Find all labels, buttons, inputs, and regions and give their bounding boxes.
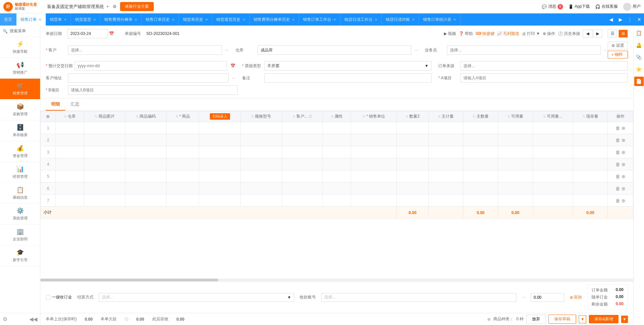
tab-sales-stats[interactable]: 销售订单统计表 ✕ [419, 13, 460, 26]
tab-close-icon[interactable]: ✕ [375, 18, 377, 22]
tab-close-icon[interactable]: ✕ [39, 18, 41, 22]
user-menu[interactable]: 用户 [623, 3, 641, 11]
customer-input[interactable] [68, 45, 222, 55]
table-row[interactable]: 2 🗑 ⊕ [41, 134, 633, 146]
tab-close-icon[interactable]: ✕ [64, 18, 67, 22]
sidebar-item-system[interactable]: ⚙️ 系统管理 [0, 204, 40, 225]
tab-sales-order-history[interactable]: 销售订单历史 ✕ [142, 13, 179, 26]
shortcut-action[interactable]: ⌨ 快捷键 [476, 31, 494, 37]
col-spec[interactable]: ⇅ 规格型号 [240, 111, 282, 122]
col-scan[interactable]: 扫码录入 [199, 111, 241, 122]
view-grid-icon[interactable]: ⊞ [618, 30, 628, 38]
tab-workbench[interactable]: 销售订单工作台 ✕ [299, 13, 340, 26]
tab-prev-button[interactable]: ◀ [606, 13, 616, 26]
save-draft-arrow[interactable]: ▼ [579, 315, 586, 323]
salesperson-input[interactable] [447, 45, 601, 55]
tab-fee-history[interactable]: 销售费用分摊单历史 ✕ [250, 13, 299, 26]
delete-icon[interactable]: 🗑 [615, 137, 620, 143]
payment-amount-input[interactable] [531, 293, 564, 302]
copy-icon[interactable]: ⊕ [621, 125, 626, 131]
date-input[interactable] [67, 29, 108, 38]
tab-close-icon[interactable]: ✕ [412, 18, 415, 22]
delete-icon[interactable]: 🗑 [615, 198, 620, 203]
one-click-payment-checkbox[interactable]: 一键收订金 [46, 294, 72, 300]
table-row[interactable]: 4 🗑 ⊕ [41, 158, 633, 170]
tab-return-history[interactable]: 销货退货历史 ✕ [212, 13, 250, 26]
tab-home[interactable]: 首页 [0, 13, 16, 26]
tab-sales-fee[interactable]: 销售费用分摊单 ✕ [100, 13, 142, 26]
tab-detail[interactable]: 明细 [46, 98, 65, 111]
b-project-input[interactable] [68, 85, 238, 95]
save-new-button[interactable]: 保存&新增 [589, 315, 618, 323]
add-material-button[interactable]: + 物料 [608, 51, 628, 58]
view-action[interactable]: ▶ 视频 [444, 31, 456, 37]
save-new-arrow[interactable]: ▼ [621, 316, 628, 323]
col-warehouse[interactable]: ⇅ 仓库 [55, 111, 84, 122]
profit-action[interactable]: 📈 毛利预览 [497, 31, 519, 37]
col-main-unit[interactable]: ⇅ 主计量 [428, 111, 463, 122]
col-image[interactable]: ⇅ 商品图片 [84, 111, 125, 122]
calendar-icon[interactable]: 📅 [109, 31, 114, 36]
col-setting[interactable]: ⚙ [41, 111, 56, 122]
system-dropdown-arrow[interactable]: ▼ [106, 5, 109, 8]
warehouse-dots[interactable]: ··· [415, 48, 418, 52]
remark-input[interactable] [264, 73, 432, 83]
right-panel-icon-3[interactable]: 📎 [634, 52, 644, 62]
tab-close-icon[interactable]: ✕ [292, 18, 295, 22]
right-panel-icon-5[interactable]: 📄 [634, 77, 644, 86]
payment-method-select[interactable]: 选择... ▼ [99, 293, 294, 302]
right-panel-icon-1[interactable]: 📋 [634, 28, 644, 38]
col-code[interactable]: ⇅ 商品编码 [125, 111, 166, 122]
tab-close-icon[interactable]: ✕ [242, 18, 245, 22]
tab-daily-reconcile[interactable]: 钱贷日清对账 ✕ [382, 13, 419, 26]
sidebar-item-guide[interactable]: 🎓 新手引导 [0, 245, 40, 266]
save-draft-button[interactable]: 保存草稿 [548, 315, 576, 324]
copy-icon[interactable]: ⊕ [621, 186, 626, 191]
operation-action[interactable]: ⊕ 操作 [543, 31, 555, 37]
tab-goods-history[interactable]: 销货单历史 ✕ [179, 13, 212, 26]
col-unit[interactable]: ⇅ * 销售单位 [351, 111, 397, 122]
tab-close-icon[interactable]: ✕ [172, 18, 175, 22]
tab-sales-order[interactable]: 销售订单 ✕ [16, 13, 46, 26]
col-main-qty[interactable]: ⇅ 主数量 [463, 111, 498, 122]
tab-close-icon[interactable]: ✕ [333, 18, 336, 22]
col-available2[interactable]: ⇅ 可用量... [533, 111, 573, 122]
tab-close-icon[interactable]: ✕ [93, 18, 96, 22]
sidebar-collapse-icon[interactable]: ◀◀ [29, 316, 37, 322]
message-button[interactable]: 💬 消息 9 [542, 4, 563, 9]
tab-next-button[interactable]: ▶ [616, 13, 625, 26]
copy-icon[interactable]: ⊕ [621, 198, 626, 203]
tab-close-icon[interactable]: ✕ [135, 18, 137, 22]
delete-icon[interactable]: 🗑 [615, 186, 620, 191]
right-panel-icon-4[interactable]: ⭐ [634, 65, 644, 74]
col-available[interactable]: ⇅ 可用量 [498, 111, 533, 122]
scan-button[interactable]: 扫码录入 [210, 113, 230, 120]
delete-icon[interactable]: 🗑 [615, 174, 620, 179]
view-list-icon[interactable]: ☰ [608, 30, 617, 38]
print-action[interactable]: 🖨 打印 ▼ [522, 31, 540, 37]
checkbox-icon[interactable] [46, 295, 50, 300]
col-qty2[interactable]: ⇅ 数量2 [396, 111, 428, 122]
customer-dots[interactable]: ··· [225, 48, 229, 52]
sidebar-item-marketing[interactable]: 📢 营销推广 [0, 58, 40, 79]
tab-close-all-button[interactable]: ✕ [635, 13, 644, 26]
invoice-type-select[interactable]: 不开票 ▼ [264, 61, 432, 71]
col-attr[interactable]: ⇅ 属性 [323, 111, 351, 122]
customer-address-input[interactable] [68, 73, 229, 83]
sidebar-item-basic[interactable]: 📋 基础信息 [0, 183, 40, 204]
table-row[interactable]: 3 🗑 ⊕ [41, 146, 633, 158]
industry-solution-button[interactable]: 体验行业方案 [120, 2, 154, 11]
system-settings-icon[interactable]: ⚙ [111, 3, 118, 10]
copy-icon[interactable]: ⊕ [621, 150, 626, 155]
right-panel-icon-2[interactable]: 🔔 [634, 40, 644, 50]
nav-next-icon[interactable]: ▶ [593, 30, 602, 38]
print-dropdown-icon[interactable]: ▼ [536, 31, 540, 36]
tab-close-icon[interactable]: ✕ [453, 18, 456, 22]
settings-button[interactable]: ⚙ 设置 [608, 42, 628, 49]
account-select[interactable]: 选择... [321, 293, 517, 302]
tab-more-button[interactable]: ⋮ [625, 13, 635, 26]
salesperson-dots[interactable]: ··· [604, 48, 608, 52]
col-customer-code[interactable]: ⇅ 客户... ⓘ [282, 111, 323, 122]
add-payment-button[interactable]: ⊕ 添加 [570, 294, 582, 300]
col-setting-icon[interactable]: ⚙ [46, 114, 50, 119]
